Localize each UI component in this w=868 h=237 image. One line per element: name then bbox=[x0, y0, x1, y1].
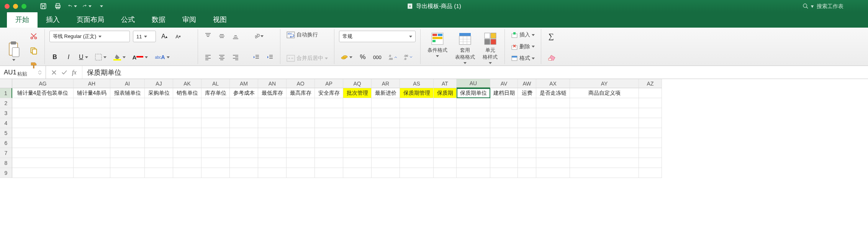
cell-AR3[interactable] bbox=[372, 108, 400, 118]
cell-AP6[interactable] bbox=[315, 138, 343, 148]
fx-icon[interactable]: fx bbox=[72, 69, 77, 76]
name-box-up-icon[interactable] bbox=[38, 70, 42, 72]
cell-AS4[interactable] bbox=[400, 118, 434, 128]
row-header-5[interactable]: 5 bbox=[0, 128, 12, 138]
cell-AM8[interactable] bbox=[230, 158, 258, 168]
cell-AU3[interactable] bbox=[457, 108, 490, 118]
cell-AY6[interactable] bbox=[570, 138, 639, 148]
cell-AV2[interactable] bbox=[490, 98, 518, 108]
cell-AX1[interactable]: 是否走冻链 bbox=[536, 88, 570, 98]
align-top-button[interactable] bbox=[203, 31, 213, 41]
cell-AM4[interactable] bbox=[230, 118, 258, 128]
tab-数据[interactable]: 数据 bbox=[143, 12, 174, 28]
cell-AP8[interactable] bbox=[315, 158, 343, 168]
column-header-AY[interactable]: AY bbox=[570, 79, 639, 88]
cell-AT7[interactable] bbox=[434, 148, 457, 158]
cell-AR6[interactable] bbox=[372, 138, 400, 148]
row-header-8[interactable]: 8 bbox=[0, 158, 12, 168]
cell-AT2[interactable] bbox=[434, 98, 457, 108]
cell-AS3[interactable] bbox=[400, 108, 434, 118]
cell-AZ5[interactable] bbox=[639, 128, 662, 138]
cell-AP9[interactable] bbox=[315, 168, 343, 178]
cell-AQ7[interactable] bbox=[343, 148, 372, 158]
cell-AH4[interactable] bbox=[74, 118, 110, 128]
cell-AZ9[interactable] bbox=[639, 168, 662, 178]
bold-button[interactable]: B bbox=[49, 52, 60, 63]
cell-AH6[interactable] bbox=[74, 138, 110, 148]
cell-AZ1[interactable] bbox=[639, 88, 662, 98]
cell-AS6[interactable] bbox=[400, 138, 434, 148]
column-header-AW[interactable]: AW bbox=[518, 79, 536, 88]
row-header-7[interactable]: 7 bbox=[0, 148, 12, 158]
column-header-AR[interactable]: AR bbox=[372, 79, 400, 88]
cell-AZ2[interactable] bbox=[639, 98, 662, 108]
cell-AK5[interactable] bbox=[173, 128, 201, 138]
percent-button[interactable]: % bbox=[357, 52, 368, 63]
cell-AS9[interactable] bbox=[400, 168, 434, 178]
cell-AJ4[interactable] bbox=[145, 118, 173, 128]
fill-color-button[interactable] bbox=[111, 52, 128, 63]
cell-AI7[interactable] bbox=[110, 148, 145, 158]
tab-公式[interactable]: 公式 bbox=[113, 12, 143, 28]
cell-AT4[interactable] bbox=[434, 118, 457, 128]
cell-AN5[interactable] bbox=[258, 128, 287, 138]
format-cells-button[interactable]: 格式 bbox=[509, 54, 536, 63]
name-box-down-icon[interactable] bbox=[38, 72, 42, 75]
cell-AT6[interactable] bbox=[434, 138, 457, 148]
cell-AT9[interactable] bbox=[434, 168, 457, 178]
cell-AL8[interactable] bbox=[201, 158, 230, 168]
close-window-button[interactable] bbox=[5, 4, 10, 9]
cell-AH2[interactable] bbox=[74, 98, 110, 108]
cell-AW3[interactable] bbox=[518, 108, 536, 118]
cell-AI5[interactable] bbox=[110, 128, 145, 138]
tab-审阅[interactable]: 审阅 bbox=[174, 12, 205, 28]
cell-AX8[interactable] bbox=[536, 158, 570, 168]
select-all-corner[interactable] bbox=[0, 79, 12, 88]
cell-AS7[interactable] bbox=[400, 148, 434, 158]
cell-AM1[interactable]: 参考成本 bbox=[230, 88, 258, 98]
print-icon[interactable] bbox=[53, 2, 62, 11]
cell-AI4[interactable] bbox=[110, 118, 145, 128]
cell-AR1[interactable]: 最新进价 bbox=[372, 88, 400, 98]
cell-AV3[interactable] bbox=[490, 108, 518, 118]
cell-styles-button[interactable]: 单元 格样式 bbox=[480, 31, 500, 66]
row-header-6[interactable]: 6 bbox=[0, 138, 12, 148]
cell-AN4[interactable] bbox=[258, 118, 287, 128]
column-header-AS[interactable]: AS bbox=[400, 79, 434, 88]
cell-AO7[interactable] bbox=[287, 148, 315, 158]
cell-AW5[interactable] bbox=[518, 128, 536, 138]
cell-AW1[interactable]: 运费 bbox=[518, 88, 536, 98]
cell-AJ5[interactable] bbox=[145, 128, 173, 138]
cell-AZ7[interactable] bbox=[639, 148, 662, 158]
cell-AI6[interactable] bbox=[110, 138, 145, 148]
cell-AO5[interactable] bbox=[287, 128, 315, 138]
row-header-4[interactable]: 4 bbox=[0, 118, 12, 128]
cell-AR2[interactable] bbox=[372, 98, 400, 108]
minimize-window-button[interactable] bbox=[13, 4, 18, 9]
cell-AY5[interactable] bbox=[570, 128, 639, 138]
column-header-AI[interactable]: AI bbox=[110, 79, 145, 88]
cell-AJ6[interactable] bbox=[145, 138, 173, 148]
increase-font-button[interactable]: A▴ bbox=[159, 31, 170, 42]
cell-AJ3[interactable] bbox=[145, 108, 173, 118]
cell-AR7[interactable] bbox=[372, 148, 400, 158]
cell-AU4[interactable] bbox=[457, 118, 490, 128]
cell-AV8[interactable] bbox=[490, 158, 518, 168]
save-icon[interactable] bbox=[39, 2, 48, 11]
cell-AL3[interactable] bbox=[201, 108, 230, 118]
cell-AI1[interactable]: 报表辅单位 bbox=[110, 88, 145, 98]
cell-AY3[interactable] bbox=[570, 108, 639, 118]
align-middle-button[interactable] bbox=[216, 31, 227, 41]
number-format-combo[interactable]: 常规 bbox=[339, 31, 416, 42]
cell-AO9[interactable] bbox=[287, 168, 315, 178]
cell-AH5[interactable] bbox=[74, 128, 110, 138]
conditional-format-button[interactable]: 条件格式 bbox=[425, 31, 450, 59]
cell-AW4[interactable] bbox=[518, 118, 536, 128]
cell-AU2[interactable] bbox=[457, 98, 490, 108]
cell-AS5[interactable] bbox=[400, 128, 434, 138]
cell-AN6[interactable] bbox=[258, 138, 287, 148]
cell-AK4[interactable] bbox=[173, 118, 201, 128]
cell-AP2[interactable] bbox=[315, 98, 343, 108]
cell-AU6[interactable] bbox=[457, 138, 490, 148]
cell-AU7[interactable] bbox=[457, 148, 490, 158]
